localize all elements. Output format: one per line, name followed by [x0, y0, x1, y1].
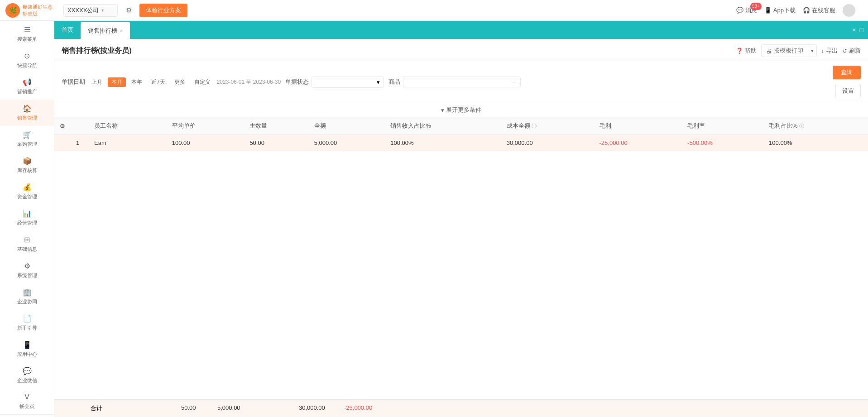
sidebar-label-operation: 经营管理	[17, 220, 37, 226]
sidebar-icon-system: ⚙	[24, 262, 30, 270]
export-button[interactable]: ↓ 导出	[821, 47, 838, 55]
date-prev-month-btn[interactable]: 上月	[88, 77, 106, 87]
sidebar-label-enterprise: 企业协同	[17, 298, 37, 305]
sidebar-icon-member: V	[24, 393, 29, 401]
footer-row: 合计 50.00 5,000.00 30,000.00 -25,000.00	[60, 404, 863, 412]
cell-rank: 1	[71, 135, 89, 151]
footer-gross: -25,000.00	[344, 404, 389, 412]
cost-info-icon[interactable]: ⓘ	[532, 123, 537, 129]
sidebar-item-quick-nav[interactable]: ⊙ 快捷导航	[0, 47, 54, 73]
print-main[interactable]: 🖨 按模板打印	[762, 45, 808, 57]
sidebar-item-sales[interactable]: 🏠 销售管理	[0, 100, 54, 126]
sidebar-item-wechat[interactable]: 💬 企业微信	[0, 362, 54, 388]
sidebar-label-guide: 新手引导	[17, 325, 37, 331]
table-row: 1 Eam 100.00 50.00 5,000.00 100.00% 30,0…	[54, 135, 868, 151]
footer-cost: 30,000.00	[299, 404, 344, 412]
maximize-window-icon[interactable]: □	[860, 26, 863, 34]
tab-bar: 首页 销售排行榜 × × □	[54, 21, 868, 39]
footer-avg-price	[145, 404, 181, 412]
sidebar-label-finance: 资金管理	[17, 193, 37, 200]
date-current-month-btn[interactable]: 本月	[108, 77, 126, 87]
sidebar-label-quick-nav: 快捷导航	[17, 62, 37, 69]
message-button[interactable]: 💬 消息 99+	[736, 6, 757, 14]
status-select[interactable]: ▾	[312, 77, 384, 88]
sidebar-item-system[interactable]: ⚙ 系统管理	[0, 257, 54, 283]
app-download-button[interactable]: 📱 App下载	[764, 6, 796, 14]
help-icon: ❓	[736, 48, 743, 54]
sidebar-icon-basic: ⊞	[24, 235, 30, 244]
table-footer: 合计 50.00 5,000.00 30,000.00 -25,000.00	[54, 399, 868, 417]
th-rank	[71, 117, 89, 135]
query-button[interactable]: 查询	[833, 66, 861, 79]
status-label: 单据状态	[285, 78, 309, 86]
sidebar-item-operation[interactable]: 📊 经营管理	[0, 205, 54, 231]
sidebar-icon-purchase: 🛒	[23, 130, 32, 139]
date-range-display: 2023-06-01 至 2023-06-30	[217, 78, 281, 86]
th-settings[interactable]: ⚙	[54, 117, 71, 135]
sidebar-icon-operation: 📊	[23, 209, 32, 218]
logo-area: 🌿 畅康通好生意 标准版	[5, 3, 59, 18]
print-button[interactable]: 🖨 按模板打印 ▾	[761, 44, 817, 57]
sidebar-item-guide[interactable]: 📄 新手引导	[0, 310, 54, 336]
message-badge: 99+	[750, 3, 762, 10]
date-filter: 单据日期 上月 本月 本年 近7天 更多 自定义 2023-06-01 至 20…	[62, 77, 281, 87]
sidebar-icon-marketing: 📢	[23, 78, 32, 86]
sidebar-label-search-order: 搜索菜单	[17, 36, 37, 43]
goods-input[interactable]: ···	[403, 77, 521, 87]
trial-button[interactable]: 体验行业方案	[139, 4, 187, 17]
footer-total-label: 合计	[91, 404, 145, 412]
sidebar-item-purchase[interactable]: 🛒 采购管理	[0, 126, 54, 152]
date-7days-btn[interactable]: 近7天	[148, 77, 169, 87]
gross-pct-info-icon[interactable]: ⓘ	[799, 123, 804, 129]
cell-amount: 5,000.00	[309, 135, 385, 151]
set-button[interactable]: 设置	[835, 84, 861, 98]
sidebar-item-enterprise[interactable]: 🏢 企业协同	[0, 283, 54, 310]
headset-icon: 🎧	[803, 7, 810, 14]
tab-label: 销售排行榜	[88, 27, 117, 35]
sidebar-item-search-order[interactable]: ☰ 搜索菜单	[0, 21, 54, 47]
date-year-btn[interactable]: 本年	[128, 77, 146, 87]
print-arrow[interactable]: ▾	[808, 46, 816, 56]
sidebar-label-sales: 销售管理	[17, 115, 37, 121]
status-filter: 单据状态 ▾	[285, 77, 384, 88]
sidebar-label-apps: 应用中心	[17, 351, 37, 358]
sidebar-item-finance[interactable]: 💰 资金管理	[0, 178, 54, 205]
export-icon: ↓	[821, 48, 825, 54]
sidebar-item-apps[interactable]: 📱 应用中心	[0, 336, 54, 362]
sidebar-item-member[interactable]: V 畅会员	[0, 388, 54, 414]
logo-icon: 🌿	[5, 3, 20, 18]
goods-more-icon[interactable]: ···	[512, 79, 517, 85]
date-more-btn[interactable]: 更多	[171, 77, 189, 87]
page-title: 销售排行榜(按业务员)	[62, 46, 132, 56]
filter-bar: 单据日期 上月 本月 本年 近7天 更多 自定义 2023-06-01 至 20…	[54, 61, 868, 103]
tab-sales-ranking[interactable]: 销售排行榜 ×	[81, 22, 130, 40]
cell-gross-pct: 100.00%	[763, 135, 868, 151]
sidebar-item-inventory[interactable]: 📦 库存核算	[0, 152, 54, 178]
tab-close-icon[interactable]: ×	[120, 28, 123, 34]
chevron-down-icon: ▾	[441, 107, 444, 114]
message-icon: 💬	[736, 7, 743, 14]
expand-more-button[interactable]: ▾ 展开更多条件	[441, 106, 481, 114]
tab-home[interactable]: 首页	[54, 21, 81, 39]
cell-avg-price: 100.00	[167, 135, 245, 151]
sidebar-icon-apps: 📱	[23, 340, 32, 349]
th-name: 员工名称	[89, 117, 167, 135]
th-cost: 成本全额 ⓘ	[501, 117, 594, 135]
help-button[interactable]: ❓ 帮助	[736, 47, 757, 55]
close-window-icon[interactable]: ×	[852, 26, 856, 34]
avatar[interactable]	[843, 4, 855, 17]
window-buttons: × □	[852, 26, 868, 34]
table-header-row: ⚙ 员工名称 平均单价 主数量 全额 销售收入占比% 成本全额	[54, 117, 868, 135]
sidebar-label-wechat: 企业微信	[17, 377, 37, 384]
date-custom-btn[interactable]: 自定义	[191, 77, 214, 87]
sidebar-item-basic[interactable]: ⊞ 基础信息	[0, 231, 54, 257]
cell-cost: 30,000.00	[501, 135, 594, 151]
company-selector[interactable]: XXXXX公司 ▾	[63, 4, 118, 17]
refresh-button[interactable]: ↺ 刷新	[842, 47, 861, 55]
sidebar-item-marketing[interactable]: 📢 营销推广	[0, 73, 54, 100]
print-icon: 🖨	[766, 48, 772, 54]
goods-filter: 商品 ···	[388, 77, 521, 87]
online-service-button[interactable]: 🎧 在线客服	[803, 6, 835, 14]
settings-icon-btn[interactable]: ⚙	[122, 4, 135, 17]
sidebar-icon-search-order: ☰	[24, 25, 30, 34]
